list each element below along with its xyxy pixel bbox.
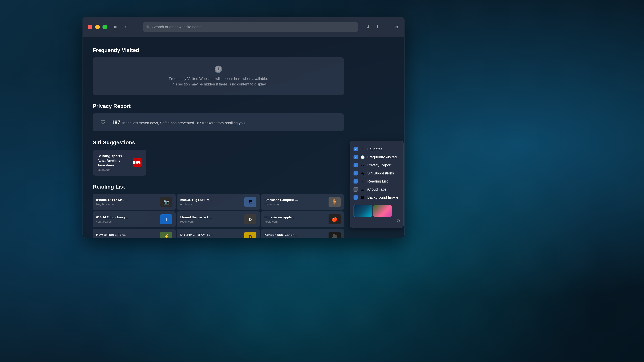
reading-card-generator-title: How to Run a Portable Generator Safely W… bbox=[96, 233, 130, 237]
reading-card-generator[interactable]: How to Run a Portable Generator Safely W… bbox=[93, 229, 176, 238]
reading-card-homepod[interactable]: I found the perfect Homepod speaker stan… bbox=[177, 211, 260, 227]
background-image-checkbox[interactable]: ✓ bbox=[354, 195, 358, 200]
reading-card-steelcase-title: Steelcase Campfire Footrest bbox=[264, 198, 298, 202]
back-button[interactable]: ‹ bbox=[122, 24, 128, 30]
address-bar[interactable]: 🔍 Search or enter website name bbox=[143, 22, 358, 32]
frequently-visited-checkbox[interactable]: ✓ bbox=[354, 155, 358, 159]
privacy-report-title: Privacy Report bbox=[93, 103, 344, 109]
share-icon[interactable]: ⬆ bbox=[374, 24, 380, 30]
overlay-siri-suggestions[interactable]: ✓ ◉ Siri Suggestions bbox=[354, 169, 400, 177]
privacy-info: 187 In the last seven days, Safari has p… bbox=[112, 119, 246, 125]
reading-card-ios-url: youtube.com bbox=[96, 220, 158, 223]
siri-card-text: Serving sports fans. Anytime. Anywhere. … bbox=[98, 154, 129, 172]
frequently-visited-title: Frequently Visited bbox=[93, 47, 344, 53]
reading-card-kondor[interactable]: Kondor Blue Canon EOS R5/R6 Full Cages R… bbox=[261, 229, 344, 238]
privacy-description: In the last seven days, Safari has preve… bbox=[122, 121, 246, 125]
customization-overlay: ✓ ☆ Favorites ✓ 🕐 Frequently Visited ✓ 🛡… bbox=[350, 141, 404, 228]
overlay-privacy-report[interactable]: ✓ 🛡 Privacy Report bbox=[354, 161, 400, 169]
reading-list-checkbox[interactable]: ✓ bbox=[354, 179, 358, 184]
reading-card-kondor-url: cined.com bbox=[264, 238, 326, 238]
reading-card-ios-title: iOS 14.2 top changes and features! - You… bbox=[96, 215, 130, 220]
clock-icon-overlay: 🕐 bbox=[360, 155, 365, 160]
reading-card-iphone-thumb: 📷 bbox=[160, 197, 172, 207]
reading-card-homepod-url: reddit.com bbox=[180, 220, 242, 223]
reading-card-ios-thumb: I bbox=[160, 214, 172, 224]
reading-card-generator-url: diy-experts.net bbox=[96, 238, 158, 238]
reading-list-title: Reading List bbox=[93, 184, 344, 190]
fullscreen-button[interactable] bbox=[102, 25, 107, 29]
reading-card-kondor-thumb: 🎥 bbox=[328, 232, 340, 238]
overlay-icloud-tabs[interactable]: ☁ iCloud Tabs bbox=[354, 185, 400, 193]
reading-card-homepod-title: I found the perfect Homepod speaker stan… bbox=[180, 215, 214, 220]
reading-card-generator-thumb: ⚡ bbox=[160, 232, 172, 238]
bg-thumbnail-ocean[interactable] bbox=[354, 205, 372, 217]
reading-list-grid: iPhone 12 Pro Max Preview: The Camera H.… bbox=[93, 194, 344, 238]
reading-card-steelcase-url: westelm.com bbox=[264, 203, 326, 206]
privacy-report-section: Privacy Report 🛡 187 In the last seven d… bbox=[93, 103, 344, 131]
reading-card-apple-title: https://www.apple.com/final-cut-pro/docs… bbox=[264, 215, 298, 220]
favorites-label: Favorites bbox=[367, 147, 382, 151]
traffic-lights bbox=[88, 25, 107, 29]
siri-suggestions-section: Siri Suggestions Serving sports fans. An… bbox=[93, 139, 344, 176]
background-thumbnails bbox=[354, 205, 400, 217]
overlay-favorites[interactable]: ✓ ☆ Favorites bbox=[354, 145, 400, 153]
frequently-visited-empty-text: Frequently Visited Websites will appear … bbox=[169, 76, 268, 87]
navigation-buttons: ‹ › bbox=[122, 24, 136, 30]
browser-window: ⊞ ‹ › 🔍 Search or enter website name ⬇ ⬆… bbox=[82, 17, 404, 238]
siri-suggestions-checkbox[interactable]: ✓ bbox=[354, 171, 358, 175]
reading-card-apple-thumb: 🍎 bbox=[328, 214, 340, 224]
reading-card-iphone[interactable]: iPhone 12 Pro Max Preview: The Camera H.… bbox=[93, 194, 176, 210]
close-button[interactable] bbox=[88, 25, 92, 29]
privacy-report-overlay-label: Privacy Report bbox=[367, 163, 392, 167]
reading-card-iphone-title: iPhone 12 Pro Max Preview: The Camera H.… bbox=[96, 198, 130, 202]
reading-card-apple[interactable]: https://www.apple.com/final-cut-pro/docs… bbox=[261, 211, 344, 227]
frequently-visited-label: Frequently Visited bbox=[367, 155, 397, 159]
reading-card-iphone-url: blog.halide.cam bbox=[96, 203, 158, 206]
espn-logo: ESPN bbox=[133, 158, 142, 167]
reading-card-steelcase-info: Steelcase Campfire Footrest westelm.com bbox=[264, 198, 326, 206]
reading-card-kondor-title: Kondor Blue Canon EOS R5/R6 Full Cages R… bbox=[264, 233, 298, 237]
siri-suggestion-espn[interactable]: Serving sports fans. Anytime. Anywhere. … bbox=[93, 150, 146, 176]
reading-card-steelcase[interactable]: Steelcase Campfire Footrest westelm.com … bbox=[261, 194, 344, 210]
toolbar-actions: ⬇ ⬆ + ⧉ bbox=[365, 24, 399, 30]
privacy-report-box[interactable]: 🛡 187 In the last seven days, Safari has… bbox=[93, 113, 344, 131]
reading-card-macos-thumb: 🖥 bbox=[244, 197, 256, 207]
bg-thumbnail-flowers[interactable] bbox=[373, 205, 392, 217]
settings-icon[interactable]: ⚙ bbox=[396, 218, 400, 224]
favorites-checkbox[interactable]: ✓ bbox=[354, 147, 358, 151]
reading-card-homepod-info: I found the perfect Homepod speaker stan… bbox=[180, 215, 242, 224]
reading-card-kondor-info: Kondor Blue Canon EOS R5/R6 Full Cages R… bbox=[264, 233, 326, 238]
title-bar: ⊞ ‹ › 🔍 Search or enter website name ⬇ ⬆… bbox=[83, 17, 404, 37]
overlay-frequently-visited[interactable]: ✓ 🕐 Frequently Visited bbox=[354, 153, 400, 161]
settings-button-container: ⚙ bbox=[354, 218, 400, 224]
clock-icon: 🕐 bbox=[214, 65, 222, 73]
forward-button[interactable]: › bbox=[130, 24, 136, 30]
icloud-tabs-label: iCloud Tabs bbox=[367, 187, 386, 192]
reading-card-macos-title: macOS Big Sur Preview – Features – Apple bbox=[180, 198, 214, 202]
add-tab-icon[interactable]: + bbox=[384, 24, 390, 30]
tab-overview-icon[interactable]: ⧉ bbox=[393, 24, 399, 30]
icloud-tabs-checkbox[interactable] bbox=[354, 187, 358, 192]
reading-card-solar[interactable]: DIY 24v LiFePO4 Solar Battery Bank! Begi… bbox=[177, 229, 260, 238]
sidebar-toggle-button[interactable]: ⊞ bbox=[112, 24, 119, 30]
download-icon[interactable]: ⬇ bbox=[365, 24, 371, 30]
overlay-reading-list[interactable]: ✓ ≡ Reading List bbox=[354, 177, 400, 185]
address-input[interactable]: Search or enter website name bbox=[152, 25, 355, 29]
siri-card-url: espn.com bbox=[98, 168, 129, 172]
privacy-report-checkbox[interactable]: ✓ bbox=[354, 163, 358, 167]
frequently-visited-box: 🕐 Frequently Visited Websites will appea… bbox=[93, 57, 344, 95]
siri-suggestions-overlay-label: Siri Suggestions bbox=[367, 171, 394, 175]
search-icon: 🔍 bbox=[146, 25, 150, 29]
reading-card-solar-url: youtube.com bbox=[180, 238, 242, 238]
reading-card-solar-title: DIY 24v LiFePO4 Solar Battery Bank! Begi… bbox=[180, 233, 214, 237]
reading-card-apple-url: apple.com bbox=[264, 220, 326, 223]
background-image-label: Background Image bbox=[367, 195, 398, 200]
favorites-icon: ☆ bbox=[360, 147, 365, 151]
reading-card-macos[interactable]: macOS Big Sur Preview – Features – Apple… bbox=[177, 194, 260, 210]
siri-suggestions-title: Siri Suggestions bbox=[93, 139, 344, 146]
siri-card-title: Serving sports fans. Anytime. Anywhere. bbox=[98, 154, 129, 167]
minimize-button[interactable] bbox=[95, 25, 100, 29]
reading-list-overlay-label: Reading List bbox=[367, 179, 388, 184]
reading-card-ios[interactable]: iOS 14.2 top changes and features! - You… bbox=[93, 211, 176, 227]
overlay-background-image[interactable]: ✓ 🖼 Background Image bbox=[354, 193, 400, 201]
